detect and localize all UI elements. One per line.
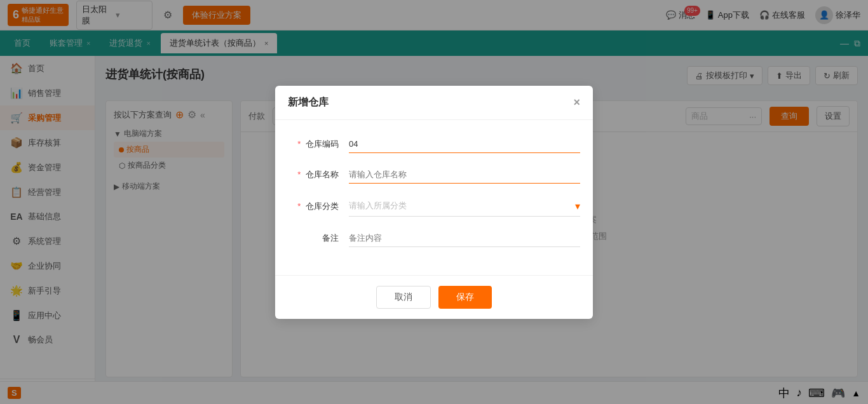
required-mark: * — [297, 201, 301, 211]
warehouse-code-row: * 仓库编码 — [288, 135, 580, 153]
warehouse-code-label: * 仓库编码 — [288, 138, 339, 150]
warehouse-remark-row: 备注 — [288, 229, 580, 247]
chevron-down-icon: ▾ — [575, 200, 580, 212]
required-mark: * — [297, 139, 301, 149]
warehouse-code-input[interactable] — [349, 135, 580, 153]
modal-title: 新增仓库 — [288, 96, 329, 109]
modal-header: 新增仓库 × — [275, 86, 593, 120]
save-button[interactable]: 保存 — [438, 286, 492, 309]
close-icon[interactable]: × — [573, 96, 580, 109]
warehouse-remark-input[interactable] — [349, 229, 580, 247]
modal-body: * 仓库编码 * 仓库名称 * 仓库分类 请输入所属 — [275, 120, 593, 275]
required-mark: * — [297, 170, 301, 179]
warehouse-category-label: * 仓库分类 — [288, 201, 339, 212]
warehouse-category-row: * 仓库分类 请输入所属分类 ▾ — [288, 196, 580, 217]
warehouse-name-input[interactable] — [349, 166, 580, 184]
warehouse-name-label: * 仓库名称 — [288, 169, 339, 180]
warehouse-remark-label: 备注 — [288, 232, 339, 244]
cancel-button[interactable]: 取消 — [376, 286, 431, 309]
warehouse-category-select[interactable]: 请输入所属分类 ▾ — [349, 196, 580, 217]
warehouse-name-row: * 仓库名称 — [288, 166, 580, 184]
new-warehouse-modal: 新增仓库 × * 仓库编码 * 仓库名称 — [275, 86, 593, 319]
modal-footer: 取消 保存 — [275, 275, 593, 319]
modal-overlay[interactable]: 新增仓库 × * 仓库编码 * 仓库名称 — [0, 0, 868, 404]
